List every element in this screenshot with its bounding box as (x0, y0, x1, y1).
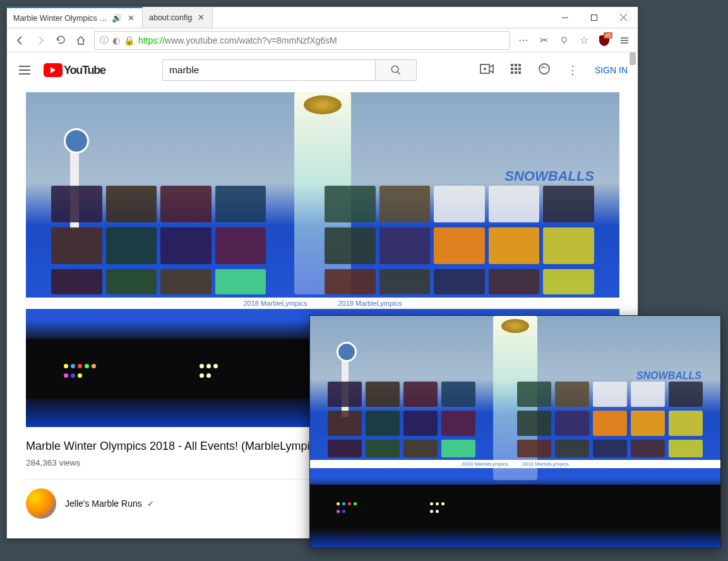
youtube-play-icon (44, 63, 63, 77)
svg-rect-18 (511, 68, 513, 70)
close-icon[interactable]: ✕ (126, 13, 136, 23)
scrollbar[interactable] (630, 52, 636, 65)
svg-rect-16 (515, 64, 517, 66)
youtube-wordmark: YouTube (64, 64, 105, 77)
svg-rect-22 (515, 71, 517, 74)
search-form (162, 59, 417, 81)
maximize-button[interactable] (580, 7, 609, 28)
home-button[interactable] (71, 31, 90, 50)
svg-point-12 (391, 66, 398, 73)
url-bar: ⓘ ◐ 🔒 https://www.youtube.com/watch?v=8m… (7, 28, 638, 52)
menu-icon[interactable] (615, 31, 634, 50)
forward-button[interactable] (31, 31, 50, 50)
tab-aboutconfig[interactable]: about:config ✕ (143, 7, 213, 28)
minimize-button[interactable] (551, 7, 580, 28)
youtube-logo[interactable]: YouTube (44, 63, 105, 77)
svg-rect-20 (518, 68, 521, 70)
svg-rect-19 (515, 68, 517, 70)
window-controls (551, 7, 638, 28)
svg-rect-1 (592, 15, 597, 20)
apps-icon[interactable] (510, 63, 522, 78)
svg-point-24 (539, 64, 549, 74)
youtube-header: YouTube ⋮ SIGN IN (7, 52, 638, 88)
search-button[interactable] (376, 59, 417, 81)
bookmark-icon[interactable]: ☆ (575, 31, 594, 50)
svg-rect-23 (518, 71, 521, 74)
hamburger-icon[interactable] (17, 63, 32, 78)
upload-icon[interactable] (480, 64, 494, 77)
page-actions-icon[interactable]: ⋯ (514, 31, 533, 50)
channel-name[interactable]: Jelle's Marble Runs (65, 498, 142, 509)
ublock-icon[interactable]: 45 (595, 31, 614, 50)
info-icon[interactable]: ⓘ (100, 35, 109, 46)
url-text: https://www.youtube.com/watch?v=8mmNzfXg… (138, 35, 337, 45)
search-input[interactable] (162, 59, 376, 81)
lock-icon: 🔒 (124, 35, 134, 45)
picture-in-picture-window[interactable]: SNOWBALLS 2018 MarbleLympics 2018 Marble… (309, 315, 721, 548)
channel-avatar[interactable] (26, 488, 56, 519)
banner-text: 2018 MarbleLympics 2018 MarbleLympics (310, 460, 720, 468)
signin-button[interactable]: SIGN IN (595, 65, 628, 75)
back-button[interactable] (11, 31, 30, 50)
arena-floor (310, 485, 720, 529)
audio-icon[interactable]: 🔊 (112, 13, 122, 23)
banner-text: 2018 MarbleLympics 2018 MarbleLympics (26, 298, 619, 309)
tab-title: Marble Winter Olympics 2018 - (13, 14, 108, 23)
ublock-badge: 45 (604, 32, 612, 39)
tab-youtube[interactable]: Marble Winter Olympics 2018 - 🔊 ✕ (7, 7, 143, 28)
svg-point-4 (561, 37, 566, 42)
scissors-icon[interactable]: ✂ (534, 31, 553, 50)
verified-icon: ✔ (147, 499, 154, 509)
tracking-icon[interactable]: ◐ (112, 35, 120, 45)
svg-rect-15 (511, 64, 513, 66)
close-button[interactable] (609, 7, 638, 28)
header-right: ⋮ SIGN IN (480, 63, 628, 78)
svg-line-13 (397, 71, 400, 75)
svg-rect-21 (511, 71, 513, 74)
tab-title: about:config (149, 13, 192, 22)
reload-button[interactable] (51, 31, 70, 50)
close-icon[interactable]: ✕ (196, 13, 206, 23)
titlebar: Marble Winter Olympics 2018 - 🔊 ✕ about:… (7, 7, 638, 28)
address-field[interactable]: ⓘ ◐ 🔒 https://www.youtube.com/watch?v=8m… (94, 31, 510, 50)
svg-rect-17 (518, 64, 521, 66)
snowballs-sign: SNOWBALLS (504, 168, 594, 184)
settings-icon[interactable]: ⋮ (567, 63, 578, 77)
messages-icon[interactable] (538, 63, 551, 78)
snowballs-sign: SNOWBALLS (636, 370, 701, 382)
lightbulb-icon[interactable] (554, 31, 573, 50)
